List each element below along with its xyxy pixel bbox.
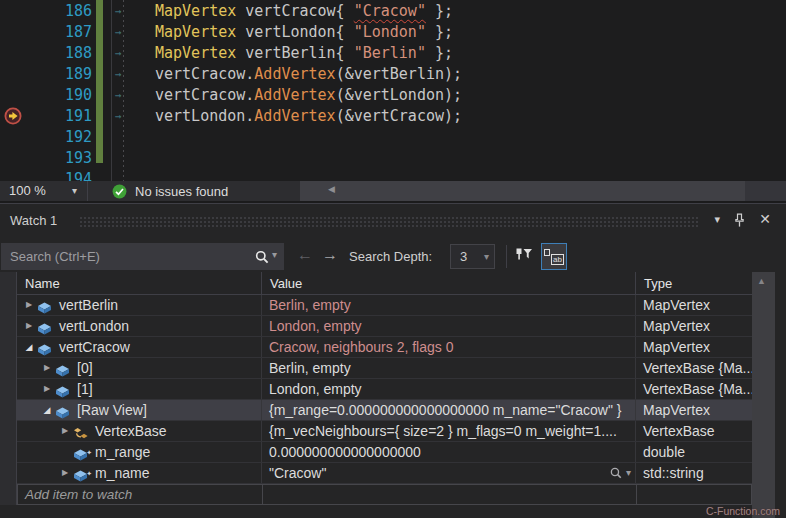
table-row-selected[interactable]: ◢ [Raw View] {m_range=0.0000000000000000… xyxy=(17,400,752,421)
check-circle-icon xyxy=(112,184,127,199)
expander-icon[interactable]: ▶ xyxy=(41,379,53,399)
document-health-indicator[interactable]: No issues found xyxy=(112,181,228,201)
watch-titlebar[interactable]: Watch 1 ▾ ✕ xyxy=(0,204,786,238)
code-line-190[interactable]: 190 → vertCracow.AddVertex(&vertLondon); xyxy=(0,85,786,106)
code-token: (&vertBerlin); xyxy=(336,65,462,83)
table-row[interactable]: ◢ vertCracow Cracow, neighbours 2, flags… xyxy=(17,337,752,358)
table-row[interactable]: ▶ vertLondon London, empty MapVertex xyxy=(17,316,752,337)
scrollbar-end-cap xyxy=(745,181,786,201)
watch-value[interactable]: Berlin, empty xyxy=(262,358,636,378)
watch-type: VertexBase xyxy=(636,421,752,441)
current-statement-breakpoint-icon[interactable] xyxy=(4,107,22,125)
add-watch-row[interactable]: Add item to watch xyxy=(17,484,752,505)
filter-pinned-icon[interactable] xyxy=(514,247,534,267)
text-visualizer-icon[interactable] xyxy=(609,466,623,480)
code-line-188[interactable]: 188 → MapVertex vertBerlin{ "Berlin" }; xyxy=(0,43,786,64)
editor-status-bar: 100 % ▾ No issues found ◀ xyxy=(0,181,786,201)
expander-icon[interactable]: ▶ xyxy=(23,316,35,336)
code-token: vertCracow. xyxy=(155,86,254,104)
tab-whitespace-icon: → xyxy=(115,1,122,22)
code-editor[interactable]: 186 → MapVertex vertCracow{ "Cracow" }; … xyxy=(0,0,786,181)
line-number: 193 xyxy=(0,148,92,169)
line-number: 186 xyxy=(0,1,92,22)
type-token: MapVertex xyxy=(155,44,236,62)
code-line-189[interactable]: 189 → vertCracow.AddVertex(&vertBerlin); xyxy=(0,64,786,85)
code-token: vertCracow{ xyxy=(236,2,353,20)
string-token: "London" xyxy=(354,23,426,41)
scroll-up-icon[interactable]: ▲ xyxy=(757,276,766,286)
line-number: 188 xyxy=(0,43,92,64)
table-row[interactable]: ▶ ✦ m_name "Cracow" ▾ std::string xyxy=(17,463,752,484)
table-row[interactable]: ▶ [0] Berlin, empty VertexBase {Ma... xyxy=(17,358,752,379)
watch-value[interactable]: London, empty xyxy=(262,316,636,336)
base-class-icon xyxy=(73,425,89,438)
watch-value[interactable]: London, empty xyxy=(262,379,636,399)
code-line-191[interactable]: 191 → vertLondon.AddVertex(&vertCracow); xyxy=(0,106,786,127)
expander-icon[interactable]: ◢ xyxy=(41,400,53,420)
watch-value[interactable]: Cracow, neighbours 2, flags 0 xyxy=(262,337,636,357)
pin-rect-icon xyxy=(544,249,550,256)
expander-icon[interactable]: ▶ xyxy=(23,295,35,315)
watch-type: MapVertex xyxy=(636,295,752,315)
search-forward-icon[interactable]: → xyxy=(322,247,338,263)
type-token: MapVertex xyxy=(155,2,236,20)
code-line-193[interactable]: 193 xyxy=(0,148,786,169)
panel-title: Watch 1 xyxy=(10,213,57,228)
zoom-level-dropdown[interactable]: 100 % ▾ xyxy=(0,181,88,201)
search-icon[interactable] xyxy=(254,249,270,269)
zoom-level-value: 100 % xyxy=(9,183,46,198)
window-position-icon[interactable]: ▾ xyxy=(714,213,720,226)
watch-search-box[interactable]: ▾ xyxy=(1,243,284,270)
watch-type: VertexBase {Ma... xyxy=(636,379,752,399)
expander-icon[interactable]: ◢ xyxy=(23,337,35,357)
search-back-icon[interactable]: ← xyxy=(297,247,313,263)
watch-name: VertexBase xyxy=(95,421,167,441)
ab-icon: ab xyxy=(551,254,564,265)
table-row[interactable]: ▶ VertexBase {m_vecNeighbours={ size=2 }… xyxy=(17,421,752,442)
object-icon xyxy=(37,341,53,354)
pin-icon[interactable] xyxy=(734,213,745,232)
code-line-186[interactable]: 186 → MapVertex vertCracow{ "Cracow" }; xyxy=(0,1,786,22)
string-token: "Cracow" xyxy=(354,2,426,20)
column-header-name[interactable]: Name xyxy=(17,272,262,295)
add-item-input[interactable]: Add item to watch xyxy=(17,484,263,505)
close-icon[interactable]: ✕ xyxy=(759,211,771,227)
chevron-down-icon[interactable]: ▾ xyxy=(626,463,631,483)
horizontal-scrollbar[interactable]: ◀ xyxy=(300,181,786,201)
watch-name: [Raw View] xyxy=(77,400,147,420)
function-token: AddVertex xyxy=(254,107,335,125)
search-depth-value: 3 xyxy=(460,249,467,264)
code-token: }; xyxy=(426,23,453,41)
scroll-left-icon[interactable]: ◀ xyxy=(328,184,335,194)
code-line-192[interactable]: 192 xyxy=(0,127,786,148)
function-token: AddVertex xyxy=(254,86,335,104)
format-specifier-toggle[interactable]: ab xyxy=(541,243,567,270)
watch-value[interactable]: {m_vecNeighbours={ size=2 } m_flags=0 m_… xyxy=(262,421,636,441)
string-token: "Berlin" xyxy=(354,44,426,62)
search-depth-dropdown[interactable]: 3 ▾ xyxy=(450,244,495,269)
watch-value[interactable]: 0.000000000000000000 xyxy=(262,442,636,462)
table-row[interactable]: ▶ vertBerlin Berlin, empty MapVertex xyxy=(17,295,752,316)
star-badge-icon: ✦ xyxy=(86,443,92,463)
column-header-type[interactable]: Type xyxy=(636,272,752,295)
watch-type: MapVertex xyxy=(636,316,752,336)
expander-icon[interactable]: ▶ xyxy=(41,358,53,378)
expander-icon[interactable]: ▶ xyxy=(59,463,71,483)
code-line-187[interactable]: 187 → MapVertex vertLondon{ "London" }; xyxy=(0,22,786,43)
row-margin-gutter xyxy=(0,272,17,505)
search-input[interactable] xyxy=(1,243,249,270)
code-line-194[interactable]: 194 xyxy=(0,169,786,181)
chevron-down-icon: ▾ xyxy=(484,251,489,262)
column-header-value[interactable]: Value xyxy=(262,272,636,295)
watch-value[interactable]: Berlin, empty xyxy=(262,295,636,315)
watch-name: m_range xyxy=(95,442,150,462)
line-number: 190 xyxy=(0,85,92,106)
watch-value: "Cracow" xyxy=(269,465,326,481)
expander-icon[interactable]: ▶ xyxy=(59,421,71,441)
chevron-down-icon[interactable]: ▾ xyxy=(272,249,277,260)
watch-value[interactable]: {m_range=0.000000000000000000 m_name="Cr… xyxy=(262,400,636,420)
watch-type: MapVertex xyxy=(636,337,752,357)
table-row[interactable]: ✦ m_range 0.000000000000000000 double xyxy=(17,442,752,463)
vertical-scrollbar[interactable]: ▲ xyxy=(752,272,775,518)
table-row[interactable]: ▶ [1] London, empty VertexBase {Ma... xyxy=(17,379,752,400)
